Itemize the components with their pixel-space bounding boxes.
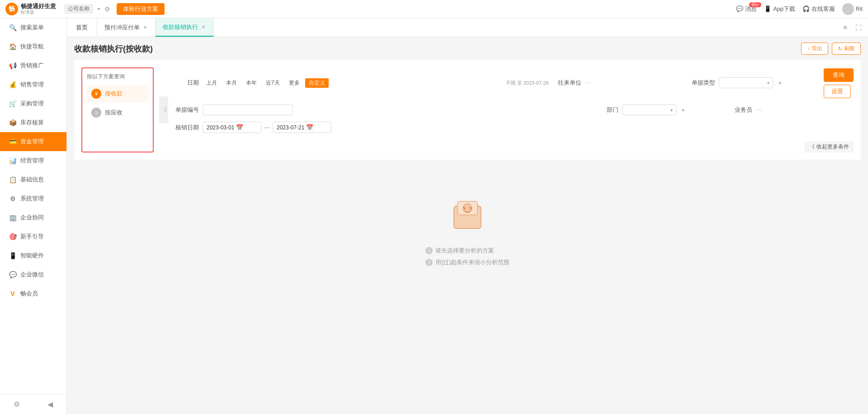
filter-collapse-button[interactable]: 《: [159, 96, 168, 124]
message-icon: 💬: [736, 5, 743, 12]
guide-icon: 🎯: [9, 233, 17, 240]
sidebar-item-marketing[interactable]: 📢 营销推广: [0, 56, 66, 75]
date-label: 日期: [174, 79, 199, 87]
sidebar-item-label: 企业协同: [20, 214, 44, 222]
filter-row-1: 日期 上月 本月 本年 近7天 更多 自定义 不限 至 2023-07-26: [174, 67, 854, 98]
tab-prepay-label: 预付冲应付单: [104, 24, 140, 32]
collapse-more-button[interactable]: 《 收起更多条件: [805, 141, 854, 152]
online-service-label: 在线客服: [811, 5, 835, 13]
sidebar-item-hardware[interactable]: 📱 智能硬件: [0, 246, 66, 265]
filter-writeoff-date-field: 核销日期 2023-03-01 📅 — 2023-07-21 📅: [174, 122, 854, 133]
tab-home[interactable]: 首页: [67, 18, 97, 37]
user-menu[interactable]: Rit: [842, 3, 863, 15]
sidebar-item-wechat[interactable]: 💬 企业微信: [0, 265, 66, 284]
solution-button[interactable]: 体验行业方案: [117, 3, 165, 15]
sidebar-item-label: 资金管理: [20, 138, 44, 146]
tab-prepay[interactable]: 预付冲应付单 ✕: [97, 18, 156, 37]
filter-staff-field: 业务员 ···: [727, 106, 854, 114]
date-custom-btn[interactable]: 自定义: [305, 78, 329, 88]
sidebar-item-guide[interactable]: 🎯 新手引导: [0, 227, 66, 246]
filter-settings-button[interactable]: 设置: [824, 85, 851, 98]
app-logo: 畅 畅捷通好生意 标准版: [5, 3, 56, 15]
sidebar-item-purchase[interactable]: 🛒 采购管理: [0, 94, 66, 113]
sidebar-bottom: ⚙ ◀︎: [0, 394, 66, 414]
settings-icon[interactable]: ⚙: [104, 5, 110, 13]
filter-option-by-collection[interactable]: ¥ 按收款: [87, 85, 148, 102]
sidebar-item-label: 畅会员: [20, 290, 38, 298]
sidebar-item-quick-nav[interactable]: 🏠 快捷导航: [0, 37, 66, 56]
date-more-btn[interactable]: 更多: [285, 78, 303, 88]
basic-icon: 📋: [9, 176, 17, 183]
date-this-year-btn[interactable]: 本年: [242, 78, 260, 88]
sidebar-item-search[interactable]: 🔍 搜索菜单: [0, 18, 66, 37]
date-quick-options: 上月 本月 本年 近7天 更多 自定义: [203, 78, 329, 88]
content-area: 首页 预付冲应付单 ✕ 收款核销执行 ✕ ✕ ⛶ 收款核销执行(按收款): [67, 18, 868, 414]
filter-row-2: 单据编号 部门 ▾: [174, 105, 854, 115]
writeoff-end-date-input[interactable]: 2023-07-21 📅: [273, 122, 331, 133]
filter-date-field: 日期 上月 本月 本年 近7天 更多 自定义: [174, 78, 499, 88]
brand-sub: 标准版: [21, 10, 56, 15]
writeoff-start-date-input[interactable]: 2023-03-01 📅: [203, 122, 261, 133]
sidebar-item-label: 库存核算: [20, 119, 44, 127]
message-button[interactable]: 💬 消息 99+: [736, 5, 757, 13]
department-dropdown-icon[interactable]: ▾: [682, 107, 685, 114]
sidebar-item-member[interactable]: V 畅会员: [0, 284, 66, 303]
sidebar-item-enterprise[interactable]: 🏢 企业协同: [0, 208, 66, 227]
tab-collection-close-icon[interactable]: ✕: [201, 24, 206, 30]
page-header: 收款核销执行(按收款) ↑ 导出 ↻ 刷新: [74, 43, 861, 55]
doctype-select[interactable]: [719, 77, 773, 88]
purchase-icon: 🛒: [9, 100, 17, 107]
sidebar-item-basic[interactable]: 📋 基础信息: [0, 170, 66, 189]
refresh-button[interactable]: ↻ 刷新: [832, 43, 861, 55]
calendar-end-icon: 📅: [306, 124, 313, 131]
collapse-sidebar-icon[interactable]: ◀︎: [46, 398, 55, 410]
sidebar-item-system[interactable]: ⚙ 系统管理: [0, 189, 66, 208]
tabbar-actions: ✕ ⛶: [840, 22, 868, 33]
export-button[interactable]: ↑ 导出: [801, 43, 828, 55]
tab-prepay-close-icon[interactable]: ✕: [142, 24, 148, 31]
date-this-month-btn[interactable]: 本月: [222, 78, 241, 88]
tab-expand-icon[interactable]: ⛶: [853, 22, 864, 33]
avatar: [842, 3, 854, 15]
app-download-button[interactable]: 📱 App下载: [764, 5, 795, 13]
staff-label: 业务员: [727, 106, 752, 114]
filter-option-by-receivable[interactable]: ◷ 按应收: [87, 104, 148, 121]
company-selector[interactable]: 公司名称: [64, 4, 93, 14]
doctype-dropdown-icon[interactable]: ▾: [778, 80, 782, 86]
date-last-month-btn[interactable]: 上月: [203, 78, 221, 88]
staff-more-icon[interactable]: ···: [756, 106, 762, 114]
writeoff-start-date-value: 2023-03-01: [207, 124, 234, 131]
sidebar-item-sales[interactable]: 💰 销售管理: [0, 75, 66, 94]
tab-close-all-icon[interactable]: ✕: [840, 22, 851, 33]
filter-option-collection-label: 按收款: [105, 90, 123, 98]
query-button[interactable]: 查询: [824, 68, 854, 82]
doctype-select-wrapper: [719, 77, 773, 88]
counterpart-label: 往来单位: [556, 79, 581, 87]
query-btn-col: 查询 设置: [824, 67, 854, 98]
filter-doctype-field: 单据类型 ▾: [690, 77, 816, 88]
system-icon: ⚙: [9, 195, 17, 202]
sidebar-item-finance[interactable]: 💳 资金管理: [0, 132, 66, 151]
operation-icon: 📊: [9, 157, 17, 164]
logo-icon: 畅: [5, 3, 18, 15]
department-select[interactable]: [622, 105, 676, 115]
tab-collection[interactable]: 收款核销执行 ✕: [156, 18, 214, 37]
filter-right-form: 日期 上月 本月 本年 近7天 更多 自定义 不限 至 2023-07-26: [174, 67, 854, 152]
sidebar-item-label: 营销推广: [20, 62, 44, 70]
company-chevron-icon[interactable]: ▾: [98, 6, 100, 11]
hardware-icon: 📱: [9, 252, 17, 259]
counterpart-more-icon[interactable]: ···: [585, 79, 591, 87]
sidebar-item-operation[interactable]: 📊 经营管理: [0, 151, 66, 170]
settings-bottom-icon[interactable]: ⚙: [12, 398, 22, 410]
collapse-more-section: 《 收起更多条件: [174, 141, 854, 152]
sidebar: 🔍 搜索菜单 🏠 快捷导航 📢 营销推广 💰 销售管理 🛒 采购管理 📦 库存核…: [0, 18, 67, 414]
online-service-button[interactable]: 🎧 在线客服: [802, 5, 835, 13]
sidebar-item-inventory[interactable]: 📦 库存核算: [0, 113, 66, 132]
message-badge: 99+: [749, 2, 761, 7]
date-7days-btn[interactable]: 近7天: [262, 78, 283, 88]
empty-tips: 1 请先选择要分析的方案 2 用[过滤]条件来缩小分析范围: [425, 245, 509, 268]
page-title: 收款核销执行(按收款): [74, 43, 153, 54]
empty-tip-2: 2 用[过滤]条件来缩小分析范围: [425, 257, 509, 268]
doctype-label: 单据类型: [690, 79, 715, 87]
docno-input[interactable]: [203, 105, 293, 115]
